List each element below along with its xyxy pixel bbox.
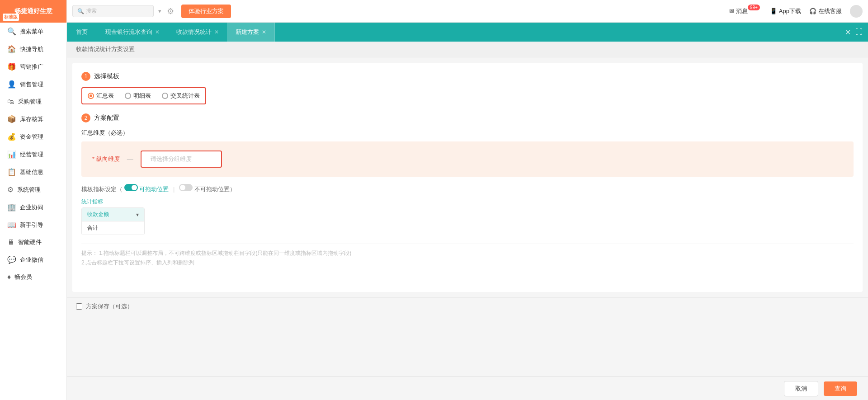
app-download-item[interactable]: 📱 App下载 <box>770 7 801 15</box>
indicator-header: 模板指标设定（ 可拖动位置 | 不可拖动位置） <box>81 184 854 193</box>
sidebar-item-marketing[interactable]: 🎁 营销推广 <box>0 58 66 75</box>
sidebar-item-system[interactable]: ⚙ 系统管理 <box>0 181 66 198</box>
message-item[interactable]: ✉ 消息 99+ <box>729 7 762 15</box>
tips-section: 提示： 1.拖动标题栏可以调整布局，不可跨维度或指标区域拖动栏目字段(只能在同一… <box>81 244 854 274</box>
tab-new-plan-close[interactable]: ✕ <box>262 29 266 35</box>
search-menu-icon: 🔍 <box>7 27 16 36</box>
indicator-dropdown-icon[interactable]: ▾ <box>136 212 139 218</box>
step2-number: 2 <box>81 113 90 122</box>
sidebar-item-member[interactable]: ♦ 畅会员 <box>0 268 66 286</box>
purchase-icon: 🛍 <box>7 98 14 106</box>
sidebar-item-label: 采购管理 <box>18 98 42 106</box>
sidebar-item-enterprise[interactable]: 🏢 企业协同 <box>0 198 66 216</box>
sales-icon: 👤 <box>7 80 16 89</box>
vertical-dimension-label: * 纵向维度 <box>92 155 120 163</box>
indicator-section: 模板指标设定（ 可拖动位置 | 不可拖动位置） <box>81 184 854 236</box>
tab-receivable-stats[interactable]: 收款情况统计 ✕ <box>168 23 227 42</box>
sidebar-item-label: 快捷导航 <box>20 45 43 53</box>
save-checkbox-label: 方案保存（可选） <box>86 302 133 311</box>
hardware-icon: 🖥 <box>7 238 14 246</box>
sidebar-item-inventory[interactable]: 📦 库存核算 <box>0 110 66 128</box>
marketing-icon: 🎁 <box>7 62 16 71</box>
search-icon: 🔍 <box>77 8 84 14</box>
step2-header: 2 方案配置 <box>81 113 854 122</box>
tip-line-1: 提示： 1.拖动标题栏可以调整布局，不可跨维度或指标区域拖动栏目字段(只能在同一… <box>81 249 854 257</box>
sidebar-item-label: 基础信息 <box>20 168 43 176</box>
search-box[interactable]: 🔍 搜索 <box>72 5 154 17</box>
page-footer: 方案保存（可选） <box>67 297 868 315</box>
indicator-table: 收款金额 ▾ 合计 <box>81 207 145 235</box>
message-label: 消息 <box>736 7 748 15</box>
step1-header: 1 选择模板 <box>81 72 854 81</box>
dimension-input[interactable]: 请选择分组维度 <box>141 151 222 168</box>
sidebar-item-hardware[interactable]: 🖥 智能硬件 <box>0 234 66 251</box>
dimension-arrow-icon: — <box>127 155 133 163</box>
sidebar-item-purchase[interactable]: 🛍 采购管理 <box>0 93 66 110</box>
tab-receivable-stats-close[interactable]: ✕ <box>214 29 219 35</box>
app-logo: 畅捷通好生意 标准版 <box>0 0 66 23</box>
indicator-table-row: 合计 <box>82 221 144 235</box>
online-service-icon: 🎧 <box>809 8 816 14</box>
tabbar-expand-icon[interactable]: ⛶ <box>855 28 863 36</box>
sidebar-item-label: 搜索菜单 <box>20 28 43 36</box>
bottom-bar: 取消 查询 <box>67 376 868 400</box>
tab-bank-flow-close[interactable]: ✕ <box>155 29 160 35</box>
indicator-table-area: 统计指标 <box>81 198 854 207</box>
main-area: 🔍 搜索 ▾ ⚙ 体验行业方案 ✉ 消息 99+ 📱 App下载 🎧 在线客服 <box>67 0 868 400</box>
sidebar-item-guide[interactable]: 📖 新手引导 <box>0 216 66 234</box>
tab-bank-flow[interactable]: 现金银行流水查询 ✕ <box>97 23 168 42</box>
sidebar-item-label: 系统管理 <box>17 186 41 194</box>
sidebar-item-sales[interactable]: 👤 销售管理 <box>0 75 66 93</box>
radio-cross-label: 交叉统计表 <box>170 92 200 100</box>
user-avatar[interactable] <box>850 5 863 18</box>
sidebar-item-label: 经营管理 <box>20 151 43 159</box>
tab-new-plan-label: 新建方案 <box>236 28 259 36</box>
sidebar-item-search-menu[interactable]: 🔍 搜索菜单 <box>0 23 66 40</box>
radio-summary-label: 汇总表 <box>96 92 114 100</box>
settings-icon[interactable]: ⚙ <box>167 6 174 16</box>
topbar-dropdown-arrow[interactable]: ▾ <box>158 8 161 14</box>
radio-summary[interactable]: 汇总表 <box>88 92 114 100</box>
search-placeholder-text: 搜索 <box>86 7 97 15</box>
query-button[interactable]: 查询 <box>824 381 857 396</box>
tab-bank-flow-label: 现金银行流水查询 <box>105 28 152 36</box>
finance-icon: 💰 <box>7 132 16 141</box>
sidebar-item-label: 智能硬件 <box>18 238 42 246</box>
radio-detail-circle <box>125 93 131 99</box>
step1-title: 选择模板 <box>94 72 119 80</box>
topbar: 🔍 搜索 ▾ ⚙ 体验行业方案 ✉ 消息 99+ 📱 App下载 🎧 在线客服 <box>67 0 868 23</box>
form-container: 1 选择模板 汇总表 明细表 交叉统计表 <box>72 63 863 292</box>
save-checkbox[interactable] <box>76 303 82 310</box>
online-service-item[interactable]: 🎧 在线客服 <box>809 7 842 15</box>
radio-detail[interactable]: 明细表 <box>125 92 151 100</box>
step2-title: 方案配置 <box>94 114 119 122</box>
sidebar-item-base-info[interactable]: 📋 基础信息 <box>0 163 66 181</box>
operations-icon: 📊 <box>7 150 16 159</box>
radio-cross[interactable]: 交叉统计表 <box>162 92 200 100</box>
tab-home[interactable]: 首页 <box>67 23 97 42</box>
indicator-stats-label: 统计指标 <box>81 198 103 206</box>
sidebar-item-wechat[interactable]: 💬 企业微信 <box>0 251 66 268</box>
tab-home-label: 首页 <box>76 28 88 36</box>
page-header: 收款情况统计方案设置 <box>67 42 868 57</box>
cancel-button[interactable]: 取消 <box>784 381 818 396</box>
sidebar-item-finance[interactable]: 💰 资金管理 <box>0 128 66 146</box>
tabbar-close-icon[interactable]: ✕ <box>845 28 851 37</box>
guide-icon: 📖 <box>7 221 16 229</box>
breadcrumb: 收款情况统计方案设置 <box>76 46 135 52</box>
sidebar-item-label: 新手引导 <box>20 221 43 229</box>
dimension-title: 汇总维度（必选） <box>81 129 854 137</box>
app-name: 畅捷通好生意 <box>14 7 52 15</box>
indicator-column-header: 收款金额 <box>87 211 109 218</box>
sidebar-item-operations[interactable]: 📊 经营管理 <box>0 146 66 163</box>
non-draggable-toggle[interactable] <box>179 184 193 191</box>
sidebar-item-quick-nav[interactable]: 🏠 快捷导航 <box>0 40 66 58</box>
sidebar-item-label: 畅会员 <box>14 273 32 281</box>
tab-new-plan[interactable]: 新建方案 ✕ <box>227 23 275 42</box>
trial-button[interactable]: 体验行业方案 <box>181 5 231 18</box>
system-icon: ⚙ <box>7 185 14 194</box>
draggable-toggle[interactable] <box>124 184 138 191</box>
indicator-table-header: 收款金额 ▾ <box>82 208 144 221</box>
base-info-icon: 📋 <box>7 168 16 176</box>
sidebar-item-label: 企业协同 <box>20 203 43 212</box>
